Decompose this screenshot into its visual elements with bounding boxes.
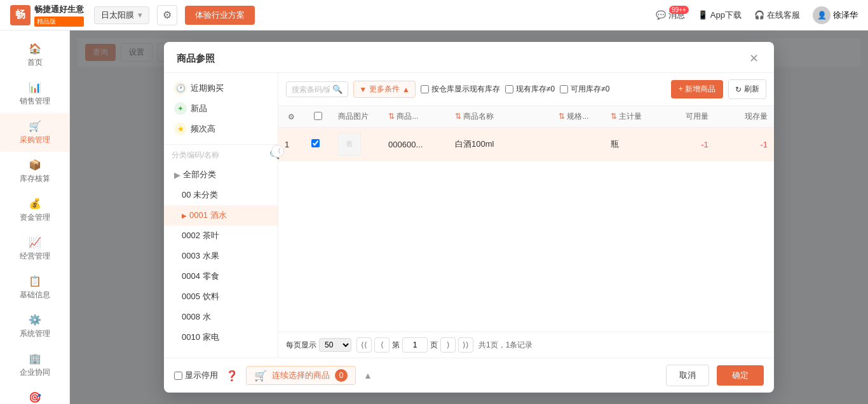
sidebar-item-guide[interactable]: 🎯 新手引导: [0, 384, 69, 404]
checkbox-show-stock[interactable]: 按仓库显示现有库存: [421, 84, 500, 95]
refresh-table-button[interactable]: ↻ 刷新: [728, 79, 766, 99]
th-product-spec[interactable]: ⇅ 规格...: [552, 106, 604, 128]
sidebar-item-sales[interactable]: 📊 销售管理: [0, 74, 69, 113]
page-total-label: 共1页，1条记录: [478, 340, 532, 351]
row-select-checkbox[interactable]: [311, 139, 320, 147]
user-area[interactable]: 👤 徐泽华: [813, 6, 858, 24]
product-search-box: 🔍: [286, 81, 348, 97]
sidebar-item-finance[interactable]: 💰 资金管理: [0, 191, 69, 229]
row-stock: -1: [715, 128, 774, 161]
sidebar-item-purchase[interactable]: 🛒 采购管理: [0, 113, 69, 152]
first-page-button[interactable]: ⟨⟨: [356, 337, 372, 353]
checkbox-nonzero-avail[interactable]: 可用库存≠0: [560, 84, 609, 95]
sidebar-item-system[interactable]: ⚙️ 系统管理: [0, 307, 69, 346]
store-selector[interactable]: 日太阳膜 ▾: [94, 6, 149, 24]
last-page-button[interactable]: ⟩⟩: [458, 337, 473, 353]
category-active-arrow: ▶: [182, 212, 187, 219]
page-size-select-input[interactable]: 10 20 50 100: [319, 338, 351, 352]
trial-button[interactable]: 体验行业方案: [185, 6, 255, 25]
frequent-icon: ★: [174, 123, 187, 135]
row-spec: [552, 128, 604, 161]
nav-right: 💬 消息 99++ 📱 App下载 🎧 在线客服 👤 徐泽华: [656, 6, 858, 24]
next-page-button[interactable]: ⟩: [440, 337, 456, 353]
guide-icon: 🎯: [29, 391, 41, 403]
sidebar: 🏠 首页 📊 销售管理 🛒 采购管理 📦 库存核算 💰 资金管理 📈 经营管理 …: [0, 30, 70, 404]
table-row[interactable]: 1 图 000600...: [278, 128, 774, 161]
th-product-name[interactable]: ⇅ 商品名称: [449, 106, 552, 128]
th-product-code[interactable]: ⇅ 商品...: [382, 106, 449, 128]
modal-right-panel: 🔍 ▼ 更多条件 ▲ 按仓库显示现有库存: [278, 73, 774, 358]
more-filter-button[interactable]: ▼ 更多条件 ▲: [353, 81, 416, 98]
checkbox-nonzero-stock-input[interactable]: [505, 85, 513, 93]
modal-title: 商品参照: [177, 53, 215, 65]
row-num: 1: [278, 128, 305, 161]
sort-icon-name: ⇅: [455, 112, 461, 121]
logo-area: 畅 畅捷通好生意 精品版: [10, 4, 84, 27]
quick-filter-new[interactable]: ✦ 新品: [172, 98, 270, 119]
show-disabled-input[interactable]: [174, 372, 182, 380]
logo-text: 畅捷通好生意 精品版: [34, 4, 84, 27]
modal-close-button[interactable]: ✕: [746, 51, 761, 66]
row-checkbox: [305, 128, 332, 161]
settings-icon[interactable]: ⚙: [157, 5, 177, 25]
collapse-cart-icon[interactable]: ▲: [363, 370, 372, 380]
confirm-button[interactable]: 确定: [717, 365, 764, 386]
checkbox-nonzero-stock[interactable]: 现有库存≠0: [505, 84, 555, 95]
select-all-checkbox[interactable]: [314, 112, 322, 120]
purchase-icon: 🛒: [29, 119, 41, 132]
product-search-icon[interactable]: 🔍: [332, 84, 342, 94]
category-item-0002[interactable]: 0002 茶叶: [164, 226, 278, 246]
headset-icon: 🎧: [754, 10, 764, 20]
add-product-button[interactable]: + 新增商品: [671, 80, 723, 98]
category-item-00[interactable]: 00 未分类: [164, 185, 278, 205]
current-page-input[interactable]: [402, 337, 428, 353]
category-item-0003[interactable]: 0003 水果: [164, 246, 278, 266]
category-item-0008[interactable]: 0008 水: [164, 307, 278, 327]
th-product-unit[interactable]: ⇅ 主计量: [604, 106, 656, 128]
username-label: 徐泽华: [833, 10, 858, 21]
quick-filter-frequent[interactable]: ★ 频次高: [172, 119, 270, 139]
home-icon: 🏠: [29, 42, 41, 55]
th-product-stock: 现存量: [715, 106, 774, 128]
show-disabled-checkbox[interactable]: 显示停用: [174, 370, 218, 381]
cart-area[interactable]: 🛒 连续选择的商品 0: [246, 366, 356, 385]
checkbox-show-stock-input[interactable]: [421, 85, 429, 93]
message-badge: 99++: [669, 6, 689, 14]
category-list: ▶ 全部分类 00 未分类 ▶ 0001 酒水 0002 茶: [164, 165, 278, 353]
category-search-input[interactable]: [172, 151, 267, 159]
product-search-input[interactable]: [292, 85, 330, 94]
th-product-avail: 可用量: [655, 106, 714, 128]
message-nav-item[interactable]: 💬 消息 99++: [656, 10, 685, 21]
sidebar-item-inventory[interactable]: 📦 库存核算: [0, 152, 69, 191]
store-selector-arrow: ▾: [138, 10, 142, 20]
checkbox-nonzero-avail-input[interactable]: [560, 85, 568, 93]
quick-filter-recent[interactable]: 🕐 近期购买: [172, 78, 270, 98]
plus-icon: +: [682, 6, 686, 13]
collapse-left-panel-button[interactable]: 《: [271, 145, 284, 158]
user-avatar: 👤: [813, 6, 831, 24]
th-checkbox: [305, 106, 332, 128]
service-nav-item[interactable]: 🎧 在线客服: [754, 10, 800, 21]
operation-icon: 📈: [29, 236, 41, 248]
category-item-0010[interactable]: 0010 家电: [164, 327, 278, 347]
sidebar-item-operation[interactable]: 📈 经营管理: [0, 229, 69, 268]
new-icon: ✦: [174, 102, 187, 115]
category-item-0004[interactable]: 0004 零食: [164, 266, 278, 286]
basic-icon: 📋: [29, 274, 41, 287]
help-icon[interactable]: ❓: [226, 370, 238, 382]
sidebar-item-home[interactable]: 🏠 首页: [0, 36, 69, 74]
sort-icon-unit: ⇅: [611, 112, 617, 121]
sidebar-item-basic[interactable]: 📋 基础信息: [0, 268, 69, 307]
enterprise-icon: 🏢: [29, 352, 41, 365]
category-item-0001[interactable]: ▶ 0001 酒水: [164, 205, 278, 226]
cancel-button[interactable]: 取消: [666, 365, 709, 386]
category-item-0005[interactable]: 0005 饮料: [164, 286, 278, 307]
product-data-table: ⚙ 商品图片 ⇅: [278, 106, 774, 161]
category-item-all[interactable]: ▶ 全部分类: [164, 165, 278, 185]
prev-page-button[interactable]: ⟨: [374, 337, 390, 353]
finance-icon: 💰: [29, 197, 41, 210]
row-name: 白酒100ml: [449, 128, 552, 161]
th-settings[interactable]: ⚙: [278, 106, 305, 128]
sidebar-item-enterprise[interactable]: 🏢 企业协同: [0, 346, 69, 384]
app-nav-item[interactable]: 📱 App下载: [698, 10, 742, 21]
